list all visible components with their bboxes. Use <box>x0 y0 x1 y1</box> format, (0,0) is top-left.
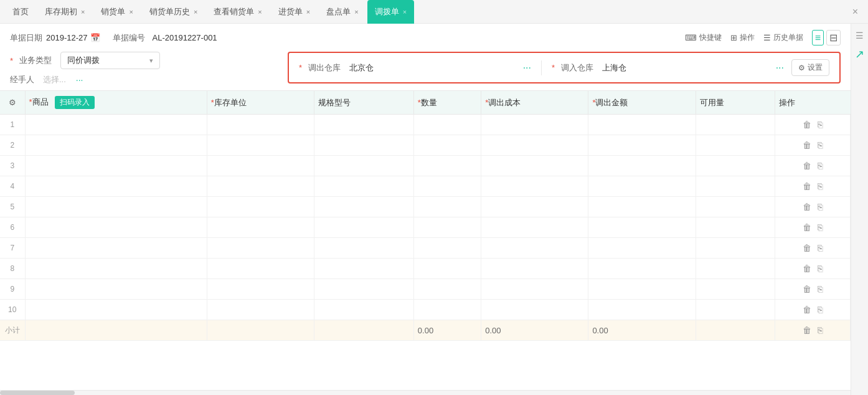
amount-cell[interactable] <box>588 156 696 176</box>
spec-cell[interactable] <box>314 197 414 217</box>
tab-stock-count[interactable]: 盘点单 × <box>319 0 366 24</box>
operations-button[interactable]: ⊞ 操作 <box>730 32 755 43</box>
handler-placeholder[interactable]: 选择... <box>43 74 66 85</box>
delete-icon[interactable]: 🗑 <box>801 303 813 316</box>
window-close-button[interactable]: × <box>847 4 863 20</box>
settings-button[interactable]: ⚙ 设置 <box>791 59 829 76</box>
business-type-select[interactable]: 同价调拨 ▾ <box>60 52 160 69</box>
unit-cell[interactable] <box>207 197 314 217</box>
delete-icon[interactable]: 🗑 <box>801 201 813 213</box>
copy-icon[interactable]: ⎘ <box>816 303 824 316</box>
unit-cell[interactable] <box>207 135 314 156</box>
qty-cell[interactable] <box>413 135 481 156</box>
unit-cell[interactable] <box>207 300 314 320</box>
tab-inventory-init[interactable]: 库存期初 × <box>37 0 92 24</box>
tab-purchase-order[interactable]: 进货单 × <box>271 0 318 24</box>
spec-cell[interactable] <box>314 238 414 259</box>
history-button[interactable]: ☰ 历史单据 <box>763 32 803 43</box>
qty-cell[interactable] <box>413 176 481 197</box>
cost-cell[interactable] <box>481 176 588 197</box>
spec-cell[interactable] <box>314 300 414 320</box>
sidebar-expand-icon[interactable]: ↗ <box>853 47 867 61</box>
unit-cell[interactable] <box>207 259 314 279</box>
tab-close-stock-count[interactable]: × <box>354 8 358 16</box>
copy-icon[interactable]: ⎘ <box>816 139 824 151</box>
product-cell[interactable] <box>25 197 207 217</box>
spec-cell[interactable] <box>314 135 414 156</box>
delete-icon[interactable]: 🗑 <box>801 221 813 234</box>
shortcuts-button[interactable]: ⌨ 快捷键 <box>685 32 722 43</box>
cost-cell[interactable] <box>481 135 588 156</box>
product-cell[interactable] <box>25 300 207 320</box>
handler-more-icon[interactable]: ··· <box>76 75 83 85</box>
product-cell[interactable] <box>25 217 207 238</box>
delete-icon[interactable]: 🗑 <box>801 324 813 336</box>
tab-sales-order[interactable]: 销货单 × <box>93 0 140 24</box>
copy-icon[interactable]: ⎘ <box>816 283 824 295</box>
copy-icon[interactable]: ⎘ <box>816 201 824 213</box>
copy-icon[interactable]: ⎘ <box>816 159 824 172</box>
copy-icon[interactable]: ⎘ <box>816 262 824 275</box>
product-cell[interactable] <box>25 156 207 176</box>
product-cell[interactable] <box>25 259 207 279</box>
out-warehouse-more-btn[interactable]: ··· <box>523 62 531 74</box>
th-gear[interactable]: ⚙ <box>0 91 25 115</box>
tab-close-transfer-order[interactable]: × <box>403 8 407 16</box>
scrollbar-thumb[interactable] <box>0 391 75 395</box>
amount-cell[interactable] <box>588 217 696 238</box>
tab-close-view-sales[interactable]: × <box>258 8 262 16</box>
unit-cell[interactable] <box>207 217 314 238</box>
spec-cell[interactable] <box>314 279 414 300</box>
spec-cell[interactable] <box>314 259 414 279</box>
qty-cell[interactable] <box>413 156 481 176</box>
tab-transfer-order[interactable]: 调拨单 × <box>367 0 414 24</box>
tab-home[interactable]: 首页 <box>5 0 36 24</box>
delete-icon[interactable]: 🗑 <box>801 159 813 172</box>
cost-cell[interactable] <box>481 238 588 259</box>
product-cell[interactable] <box>25 279 207 300</box>
sidebar-list-icon[interactable]: ☰ <box>853 29 867 42</box>
copy-icon[interactable]: ⎘ <box>816 180 824 193</box>
cost-cell[interactable] <box>481 300 588 320</box>
calendar-icon[interactable]: 📅 <box>90 33 100 42</box>
layout-list-button[interactable]: ≡ <box>812 30 824 45</box>
qty-cell[interactable] <box>413 300 481 320</box>
delete-icon[interactable]: 🗑 <box>801 283 813 295</box>
amount-cell[interactable] <box>588 197 696 217</box>
copy-icon[interactable]: ⎘ <box>816 324 824 336</box>
copy-icon[interactable]: ⎘ <box>816 242 824 254</box>
tab-close-sales-history[interactable]: × <box>194 8 197 16</box>
amount-cell[interactable] <box>588 259 696 279</box>
layout-grid-button[interactable]: ⊟ <box>826 30 841 45</box>
amount-cell[interactable] <box>588 135 696 156</box>
delete-icon[interactable]: 🗑 <box>801 139 813 151</box>
qty-cell[interactable] <box>413 279 481 300</box>
tab-close-purchase-order[interactable]: × <box>306 8 310 16</box>
cost-cell[interactable] <box>481 259 588 279</box>
cost-cell[interactable] <box>481 156 588 176</box>
cost-cell[interactable] <box>481 115 588 135</box>
amount-cell[interactable] <box>588 238 696 259</box>
product-cell[interactable] <box>25 176 207 197</box>
qty-cell[interactable] <box>413 217 481 238</box>
tab-close-inventory-init[interactable]: × <box>81 8 85 16</box>
delete-icon[interactable]: 🗑 <box>801 262 813 275</box>
unit-cell[interactable] <box>207 115 314 135</box>
delete-icon[interactable]: 🗑 <box>801 242 813 254</box>
amount-cell[interactable] <box>588 279 696 300</box>
qty-cell[interactable] <box>413 197 481 217</box>
unit-cell[interactable] <box>207 238 314 259</box>
copy-icon[interactable]: ⎘ <box>816 221 824 234</box>
copy-icon[interactable]: ⎘ <box>816 118 824 131</box>
delete-icon[interactable]: 🗑 <box>801 118 813 131</box>
in-warehouse-more-btn[interactable]: ··· <box>776 62 784 74</box>
qty-cell[interactable] <box>413 115 481 135</box>
amount-cell[interactable] <box>588 176 696 197</box>
amount-cell[interactable] <box>588 115 696 135</box>
unit-cell[interactable] <box>207 279 314 300</box>
spec-cell[interactable] <box>314 176 414 197</box>
spec-cell[interactable] <box>314 217 414 238</box>
unit-cell[interactable] <box>207 176 314 197</box>
qty-cell[interactable] <box>413 238 481 259</box>
product-cell[interactable] <box>25 238 207 259</box>
